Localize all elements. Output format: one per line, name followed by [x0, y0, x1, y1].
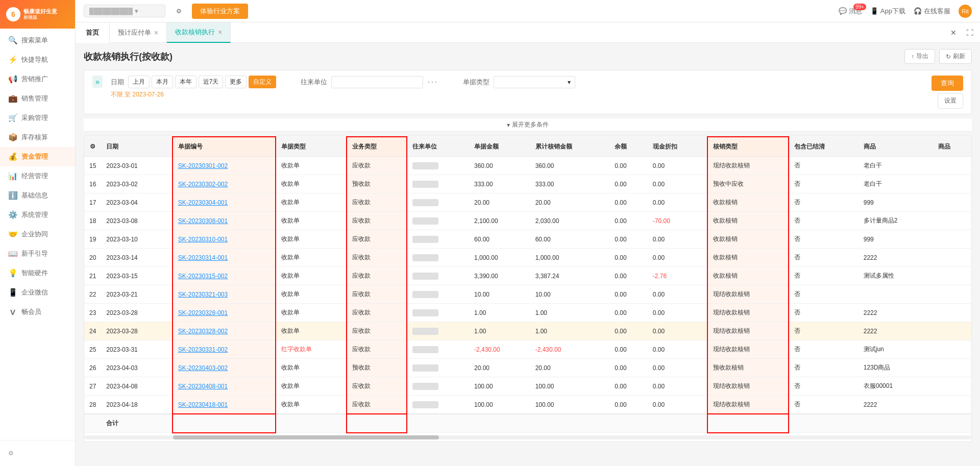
table-row[interactable]: 192023-03-10SK-20230310-001收款单应收款██████6…: [84, 230, 971, 249]
query-btn[interactable]: 查询: [932, 76, 963, 91]
th-date: 日期: [101, 137, 172, 157]
cell-goods: 999: [859, 193, 934, 212]
gear-btn[interactable]: ⚙: [172, 4, 186, 18]
cell-doc-no[interactable]: SK-20230418-001: [173, 396, 276, 414]
cell-doc-no[interactable]: SK-20230403-002: [173, 359, 276, 377]
sidebar-item-purchase[interactable]: 🛒 采购管理: [0, 108, 75, 128]
sidebar-item-enterprise[interactable]: 🤝 企业协同: [0, 225, 75, 244]
sidebar-item-system[interactable]: ⚙️ 系统管理: [0, 205, 75, 225]
sidebar-item-wechat[interactable]: 📱 企业微信: [0, 283, 75, 302]
last-month-btn[interactable]: 上月: [128, 76, 150, 88]
cell-goods: 老白干: [859, 175, 934, 193]
cell-doc-no[interactable]: SK-20230304-001: [173, 193, 276, 212]
doc-type-select[interactable]: ▾: [494, 76, 575, 88]
cell-doc-no[interactable]: SK-20230308-001: [173, 212, 276, 230]
table-row[interactable]: 172023-03-04SK-20230304-001收款单应收款██████2…: [84, 193, 971, 212]
custom-date-btn[interactable]: 自定义: [249, 76, 276, 88]
sidebar-item-hardware[interactable]: 💡 智能硬件: [0, 263, 75, 283]
industry-btn[interactable]: 体验行业方案: [192, 4, 248, 19]
table-row[interactable]: 272023-04-08SK-20230408-001收款单应收款██████1…: [84, 377, 971, 396]
filter-controls: 日期 上月 本月 本年 近7天 更多 自定义 往来单位 ···: [111, 76, 923, 99]
sidebar-item-guide[interactable]: 📖 新手引导: [0, 244, 75, 263]
cell-doc-no[interactable]: SK-20230301-002: [173, 157, 276, 175]
sidebar-item-finance[interactable]: 💰 资金管理: [0, 147, 75, 166]
cell-doc-no[interactable]: SK-20230321-003: [173, 285, 276, 304]
cell-doc-no[interactable]: SK-20230314-001: [173, 249, 276, 267]
partner-input[interactable]: [331, 76, 423, 88]
table-row[interactable]: 282023-04-18SK-20230418-001收款单应收款██████1…: [84, 396, 971, 414]
tab-expand-btn[interactable]: ⛶: [964, 27, 976, 39]
cell-date: 2023-04-03: [101, 359, 172, 377]
table-row[interactable]: 242023-03-28SK-20230328-002收款单应收款██████1…: [84, 322, 971, 340]
cell-doc-no[interactable]: SK-20230408-001: [173, 377, 276, 396]
page-header: 收款核销执行(按收款) ↑ 导出 ↻ 刷新: [84, 49, 972, 64]
cell-biz-type: 应收款: [347, 157, 407, 175]
table-row[interactable]: 152023-03-01SK-20230301-002收款单应收款██████3…: [84, 157, 971, 175]
table-row[interactable]: 262023-04-03SK-20230403-002收款单预收款██████2…: [84, 359, 971, 377]
sidebar-item-sales[interactable]: 💼 销售管理: [0, 89, 75, 108]
more-date-btn[interactable]: 更多: [225, 76, 247, 88]
horizontal-scrollbar[interactable]: [84, 435, 971, 439]
cell-doc-no[interactable]: SK-20230328-001: [173, 304, 276, 322]
cell-doc-no[interactable]: SK-20230315-002: [173, 267, 276, 285]
sidebar-settings-btn[interactable]: ⚙: [0, 446, 75, 461]
tab-prepay-close[interactable]: ×: [154, 29, 158, 37]
cell-balance: 0.00: [609, 193, 647, 212]
cell-verified: 60.00: [530, 230, 610, 249]
table-row[interactable]: 212023-03-15SK-20230315-002收款单应收款██████3…: [84, 267, 971, 285]
table-row[interactable]: 232023-03-28SK-20230328-001收款单应收款██████1…: [84, 304, 971, 322]
filter-toggle-btn[interactable]: »: [92, 76, 103, 88]
cell-cancel-type: 收款核销: [707, 249, 789, 267]
table-scroll[interactable]: ⚙ 日期 单据编号 单据类型 业务类型 往来单位 单据金额 累计核销金额 余额 …: [84, 136, 971, 442]
sidebar-item-search[interactable]: 🔍 搜索菜单: [0, 31, 75, 50]
table-row[interactable]: 222023-03-21SK-20230321-003收款单应收款██████1…: [84, 285, 971, 304]
this-month-btn[interactable]: 本月: [152, 76, 173, 88]
cell-cash-disc: 0.00: [648, 193, 707, 212]
marketing-icon: 📢: [8, 75, 17, 84]
online-service-btn[interactable]: 🎧 在线客服: [914, 7, 950, 16]
this-year-btn[interactable]: 本年: [175, 76, 197, 88]
sum-label: 合计: [101, 414, 172, 433]
company-selector[interactable]: ██████████ ▾: [84, 5, 165, 17]
th-settings[interactable]: ⚙: [84, 137, 101, 157]
last-7-days-btn[interactable]: 近7天: [199, 76, 224, 88]
refresh-btn[interactable]: ↻ 刷新: [939, 49, 972, 64]
sidebar-item-basic-info[interactable]: ℹ️ 基础信息: [0, 186, 75, 205]
tab-collection-close[interactable]: ×: [218, 28, 222, 36]
sidebar-item-member[interactable]: V 畅会员: [0, 302, 75, 322]
select-arrow-icon: ▾: [568, 79, 571, 86]
user-avatar[interactable]: Rit: [959, 5, 972, 18]
app-download-btn[interactable]: 📱 App下载: [870, 7, 905, 16]
cell-amount: 333.00: [469, 175, 530, 193]
tab-close-all-btn[interactable]: ✕: [947, 27, 960, 39]
table-row[interactable]: 162023-03-02SK-20230302-002收款单预收款██████3…: [84, 175, 971, 193]
date-buttons: 上月 本月 本年 近7天 更多 自定义: [128, 76, 277, 88]
cell-doc-no[interactable]: SK-20230331-002: [173, 340, 276, 359]
table-footer: 合计: [84, 414, 971, 433]
table-row[interactable]: 202023-03-14SK-20230314-001收款单应收款██████1…: [84, 249, 971, 267]
table-row[interactable]: 252023-03-31SK-20230331-002红字收款单应收款█████…: [84, 340, 971, 359]
cell-doc-no[interactable]: SK-20230310-001: [173, 230, 276, 249]
cell-doc-no[interactable]: SK-20230302-002: [173, 175, 276, 193]
cell-verified: 360.00: [530, 157, 610, 175]
scrollbar-thumb[interactable]: [173, 435, 439, 439]
cell-doc-no[interactable]: SK-20230328-002: [173, 322, 276, 340]
sidebar-item-marketing[interactable]: 📢 营销推广: [0, 69, 75, 89]
sidebar-item-inventory[interactable]: 📦 库存核算: [0, 128, 75, 147]
tab-prepay[interactable]: 预计应付单 ×: [110, 22, 167, 43]
sidebar-item-management[interactable]: 📊 经营管理: [0, 166, 75, 186]
expand-more-btn[interactable]: ▾ 展开更多条件: [507, 120, 549, 129]
table-row[interactable]: 182023-03-08SK-20230308-001收款单应收款██████2…: [84, 212, 971, 230]
cell-doc-type: 收款单: [276, 267, 347, 285]
cell-incl-settled: 否: [789, 230, 859, 249]
cell-biz-type: 应收款: [347, 285, 407, 304]
tab-home[interactable]: 首页: [76, 22, 110, 43]
filter-setting-btn[interactable]: 设置: [938, 93, 963, 109]
th-partner: 往来单位: [407, 137, 469, 157]
tab-collection[interactable]: 收款核销执行 ×: [167, 22, 231, 43]
sidebar-item-label: 智能硬件: [21, 268, 48, 278]
cell-balance: 0.00: [609, 396, 647, 414]
sidebar-item-quick[interactable]: ⚡ 快捷导航: [0, 50, 75, 69]
message-btn[interactable]: 💬 消息 99+: [839, 7, 862, 16]
export-btn[interactable]: ↑ 导出: [904, 49, 935, 64]
